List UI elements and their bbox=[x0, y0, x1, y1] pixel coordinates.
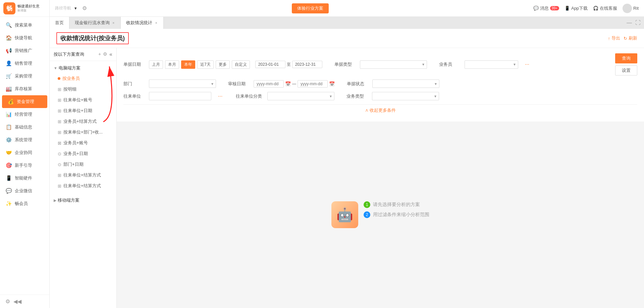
chevron-right-icon: ▶ bbox=[54, 198, 56, 203]
date-btn-more[interactable]: 更多 bbox=[216, 60, 230, 69]
scheme-settings-icon[interactable]: ⚙ bbox=[103, 51, 107, 57]
sidebar-item-purchase[interactable]: 🛒 采购管理 bbox=[0, 70, 49, 83]
scheme-item-unit-date[interactable]: ⊞ 往来单位+日期 bbox=[50, 105, 116, 116]
logo-icon: 畅 bbox=[3, 2, 15, 14]
message-label: 消息 bbox=[540, 5, 549, 11]
scheme-item-by-salesperson[interactable]: 按业务员 bbox=[50, 73, 116, 84]
scheme-group-mobile: ▶ 移动端方案 bbox=[50, 193, 116, 207]
scheme-item-unit-account[interactable]: ⊞ 往来单位+账号 bbox=[50, 95, 116, 105]
query-button[interactable]: 查询 bbox=[615, 53, 637, 63]
salesperson-dots-btn[interactable]: ··· bbox=[524, 61, 531, 67]
scheme-collapse-icon[interactable]: « bbox=[109, 51, 112, 57]
sidebar-item-system[interactable]: ⚙️ 系统管理 bbox=[0, 134, 49, 146]
sidebar-item-hardware[interactable]: 📱 智能硬件 bbox=[0, 172, 49, 185]
scheme-item-label: 按明细 bbox=[63, 86, 76, 92]
review-date-calendar-to[interactable]: 📅 bbox=[329, 81, 335, 87]
export-button[interactable]: ↑ 导出 bbox=[608, 35, 621, 41]
scheme-group-mobile-title[interactable]: ▶ 移动端方案 bbox=[50, 195, 116, 205]
tab-bank-close[interactable]: × bbox=[112, 20, 115, 25]
partner-category-select[interactable] bbox=[267, 92, 334, 100]
collapse-more-conditions[interactable]: ∧ 收起更多条件 bbox=[123, 104, 637, 116]
sidebar-item-operations[interactable]: 📊 经营管理 bbox=[0, 108, 49, 121]
partner-label: 往来单位 bbox=[123, 93, 144, 99]
operations-icon: 📊 bbox=[5, 111, 12, 117]
tab-expand-icon[interactable]: ⛶ bbox=[635, 20, 641, 26]
app-logo: 畅 畅捷通好生意 标准版 bbox=[0, 0, 49, 17]
collapse-sidebar-icon[interactable]: ◀◀ bbox=[13, 298, 21, 305]
home-icon: 🏠 bbox=[5, 35, 12, 41]
sidebar: 畅 畅捷通好生意 标准版 🔍 搜索菜单 🏠 快捷导航 📢 营销推广 👤 销售管理… bbox=[0, 0, 50, 308]
scheme-add-icon[interactable]: + bbox=[98, 51, 101, 57]
app-download-item[interactable]: 📱 App下载 bbox=[565, 5, 588, 11]
filter-settings-button[interactable]: 设置 bbox=[615, 65, 637, 75]
date-btn-last-7days[interactable]: 近7天 bbox=[197, 60, 214, 69]
scheme-group-desktop: ▼ 电脑端方案 按业务员 ⊞ 按明细 ⊞ 往来单位+账号 ⊞ 往来单位+日 bbox=[50, 61, 116, 193]
user-item[interactable]: Rit bbox=[623, 4, 639, 13]
sidebar-item-sales[interactable]: 👤 销售管理 bbox=[0, 57, 49, 70]
settings-footer-icon[interactable]: ⚙ bbox=[5, 298, 10, 305]
hint-item-2: 2 用过滤条件来缩小分析范围 bbox=[364, 211, 429, 218]
date-btn-this-month[interactable]: 本月 bbox=[165, 60, 179, 69]
review-date-from-input[interactable] bbox=[254, 80, 284, 88]
sidebar-item-guide[interactable]: 🎯 新手引导 bbox=[0, 159, 49, 172]
scheme-item-unit-dept[interactable]: ⊞ 按来单位+部门+收... bbox=[50, 127, 116, 138]
review-date-label: 审核日期 bbox=[228, 81, 248, 87]
search-icon: 🔍 bbox=[5, 22, 12, 28]
sidebar-item-label: 库存核算 bbox=[15, 86, 32, 92]
date-range: 至 bbox=[255, 61, 322, 68]
message-item[interactable]: 💬 消息 99+ bbox=[533, 5, 559, 11]
refresh-button[interactable]: ↻ 刷新 bbox=[624, 35, 637, 41]
scheme-item-salesperson-account[interactable]: ⊠ 业务员+账号 bbox=[50, 138, 116, 148]
breadcrumb-dropdown[interactable]: ▾ bbox=[74, 6, 77, 11]
date-btn-this-year[interactable]: 本年 bbox=[181, 60, 195, 69]
salesperson-select[interactable] bbox=[465, 60, 518, 69]
sidebar-item-finance[interactable]: 💰 资金管理 bbox=[2, 95, 47, 108]
empty-state: 🤖 1 请先选择要分析的方案 2 用过滤条件来缩小分析范围 bbox=[117, 121, 644, 308]
date-from-input[interactable] bbox=[255, 61, 285, 68]
date-btn-last-month[interactable]: 上月 bbox=[149, 60, 163, 69]
scheme-item-salesperson-settle[interactable]: ⊞ 业务员+结算方式 bbox=[50, 116, 116, 127]
refresh-label: 刷新 bbox=[629, 35, 637, 41]
sidebar-item-basic[interactable]: 📋 基础信息 bbox=[0, 121, 49, 134]
sidebar-item-member[interactable]: ✨ 畅会员 bbox=[0, 197, 49, 210]
scheme-group-desktop-title[interactable]: ▼ 电脑端方案 bbox=[50, 63, 116, 73]
scheme-item-by-detail[interactable]: ⊞ 按明细 bbox=[50, 84, 116, 95]
partner-input[interactable] bbox=[149, 92, 211, 100]
sidebar-item-marketing[interactable]: 📢 营销推广 bbox=[0, 44, 49, 57]
trial-button[interactable]: 体验行业方案 bbox=[292, 3, 329, 13]
sidebar-item-enterprise[interactable]: 🤝 企业协同 bbox=[0, 146, 49, 159]
tab-collection-close[interactable]: × bbox=[154, 20, 158, 25]
review-date-to-input[interactable] bbox=[298, 80, 328, 88]
scheme-item-unit-settle2[interactable]: ⊞ 往来单位+结算方式 bbox=[50, 181, 116, 191]
tab-minimize-icon[interactable]: — bbox=[627, 20, 632, 26]
app-download-label: App下载 bbox=[571, 5, 588, 11]
sidebar-footer: ⚙ ◀◀ bbox=[0, 295, 49, 308]
biz-type-select[interactable] bbox=[372, 92, 439, 100]
robot-illustration: 🤖 bbox=[331, 201, 358, 228]
doc-status-select[interactable] bbox=[372, 80, 439, 88]
date-to-input[interactable] bbox=[292, 61, 322, 68]
dept-select[interactable] bbox=[149, 80, 216, 88]
sidebar-item-wechat[interactable]: 💬 企业微信 bbox=[0, 185, 49, 197]
scheme-item-unit-settle1[interactable]: ⊞ 往来单位+结算方式 bbox=[50, 170, 116, 181]
doc-status-label: 单据状态 bbox=[347, 81, 367, 87]
doc-type-select[interactable] bbox=[360, 60, 427, 69]
review-date-calendar-from[interactable]: 📅 bbox=[285, 81, 291, 87]
online-service-item[interactable]: 🎧 在线客服 bbox=[593, 5, 617, 11]
circle-icon: ⊙ bbox=[58, 162, 61, 167]
date-shortcut-group: 上月 本月 本年 近7天 更多 自定义 bbox=[149, 60, 250, 69]
sidebar-item-inventory[interactable]: 🏭 库存核算 bbox=[0, 83, 49, 95]
tab-collection[interactable]: 收款情况统计 × bbox=[121, 17, 163, 29]
grid-icon: ⊞ bbox=[58, 98, 61, 103]
scheme-item-salesperson-date[interactable]: ⊙ 业务员+日期 bbox=[50, 148, 116, 159]
tab-home[interactable]: 首页 bbox=[50, 17, 69, 29]
partner-dots-btn[interactable]: ··· bbox=[217, 93, 224, 99]
filter-row-1: 单据日期 上月 本月 本年 近7天 更多 自定义 至 bbox=[123, 53, 637, 75]
scheme-item-dept-date[interactable]: ⊙ 部门+日期 bbox=[50, 159, 116, 170]
tab-bank[interactable]: 现金银行流水查询 × bbox=[69, 17, 121, 29]
filter-row-3: 往来单位 ··· 往来单位分类 业务类型 bbox=[123, 92, 637, 100]
date-btn-custom[interactable]: 自定义 bbox=[232, 60, 250, 69]
header-settings-icon[interactable]: ⚙ bbox=[82, 5, 87, 11]
sidebar-item-quicknav[interactable]: 🏠 快捷导航 bbox=[0, 32, 49, 44]
sidebar-item-search[interactable]: 🔍 搜索菜单 bbox=[0, 19, 49, 32]
